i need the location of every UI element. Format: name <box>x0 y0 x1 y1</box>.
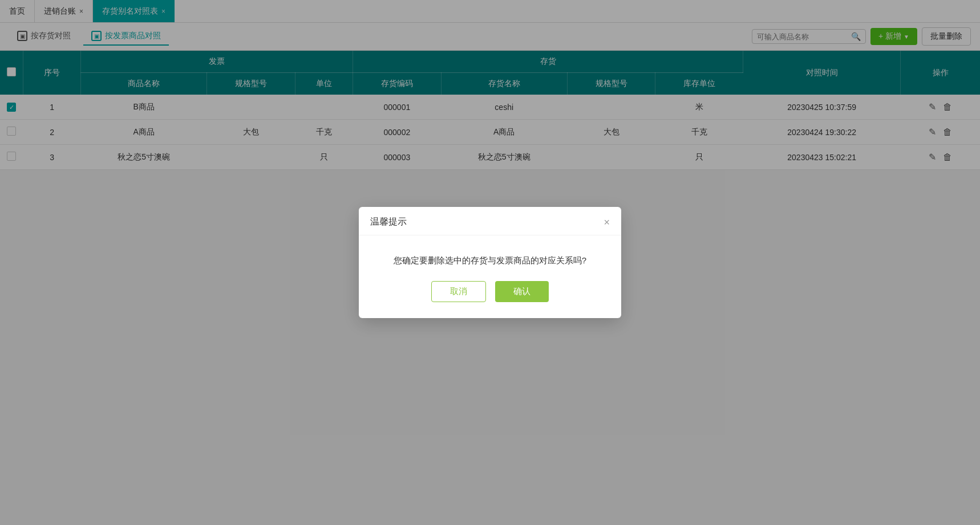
modal-overlay: 温馨提示 × 您确定要删除选中的存货与发票商品的对应关系吗? 取消 确认 <box>0 0 980 170</box>
